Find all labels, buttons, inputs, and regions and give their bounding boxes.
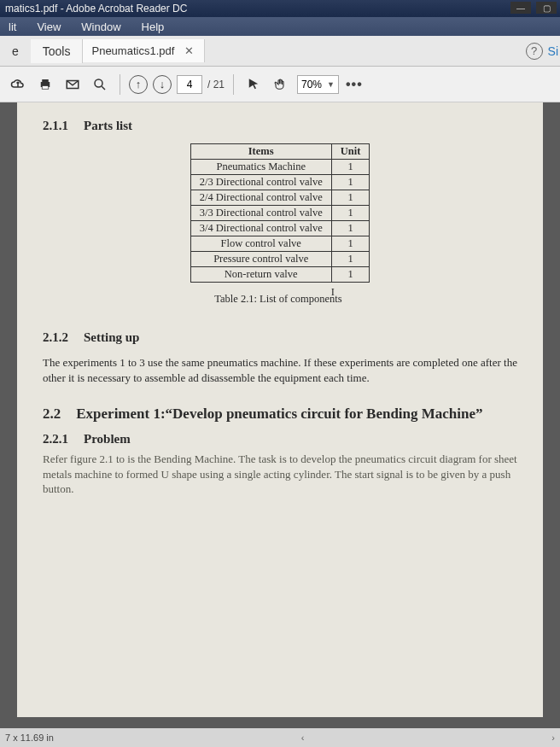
save-cloud-icon[interactable]: [7, 73, 29, 96]
section-2-1-2-heading: 2.1.2 Setting up: [43, 330, 517, 345]
email-icon[interactable]: [61, 73, 84, 96]
col-unit: Unit: [331, 144, 370, 160]
menu-help[interactable]: Help: [137, 19, 170, 35]
menubar: lit View Window Help: [0, 17, 560, 36]
svg-rect-2: [42, 85, 49, 89]
section-number: 2.1.1: [43, 119, 68, 132]
section-2-2-heading: 2.2 Experiment 1:“Develop pneumatics cir…: [43, 406, 517, 423]
section-2-2-1-heading: 2.2.1 Problem: [43, 431, 517, 446]
maximize-button[interactable]: ▢: [536, 2, 557, 14]
zoom-dropdown[interactable]: 70% ▼: [297, 75, 339, 94]
zoom-value: 70%: [301, 79, 322, 90]
selection-cursor-icon[interactable]: [242, 73, 265, 96]
toolbar: ↑ ↓ / 21 70% ▼ •••: [0, 67, 560, 102]
home-button[interactable]: e: [0, 44, 31, 58]
hand-pan-icon[interactable]: [270, 73, 292, 96]
svg-point-4: [95, 79, 102, 87]
page-dimensions: 7 x 11.69 in: [5, 732, 54, 743]
help-icon[interactable]: ?: [526, 43, 543, 60]
svg-rect-1: [42, 79, 49, 82]
signin-link[interactable]: Si: [548, 44, 560, 58]
table-row: Pressure control valve1: [190, 252, 370, 267]
document-tab[interactable]: Pneumatics1.pdf ✕: [83, 39, 205, 62]
section-title: Setting up: [84, 330, 139, 344]
page-content: 2.1.1 Parts list Items Unit Pneumatics M…: [17, 102, 543, 717]
menu-view[interactable]: View: [32, 19, 66, 35]
text-cursor-icon: I: [331, 286, 335, 299]
section-number: 2.1.2: [43, 330, 68, 344]
table-row: Non-return valve1: [190, 267, 370, 283]
close-icon[interactable]: ✕: [183, 44, 195, 57]
section-title: Problem: [84, 432, 131, 446]
col-items: Items: [190, 144, 331, 160]
table-row: Flow control valve1: [190, 236, 370, 252]
parts-list-table: Items Unit Pneumatics Machine1 2/3 Direc…: [190, 143, 370, 283]
chevron-down-icon: ▼: [327, 80, 335, 89]
thumb-nav-left[interactable]: ‹: [301, 732, 305, 743]
separator: [120, 74, 120, 95]
table-row: 2/4 Directional control valve1: [190, 190, 370, 206]
menu-edit[interactable]: lit: [3, 19, 21, 35]
section-number: 2.2: [43, 406, 61, 422]
table-row: 3/4 Directional control valve1: [190, 221, 370, 236]
table-row: 2/3 Directional control valve1: [190, 175, 370, 190]
document-viewport[interactable]: 2.1.1 Parts list Items Unit Pneumatics M…: [0, 102, 560, 747]
more-tools-button[interactable]: •••: [344, 77, 365, 92]
page-down-button[interactable]: ↓: [153, 75, 172, 94]
menu-window[interactable]: Window: [76, 19, 125, 35]
tab-label: Pneumatics1.pdf: [91, 44, 174, 57]
window-title: matics1.pdf - Adobe Acrobat Reader DC: [5, 3, 187, 15]
tools-button[interactable]: Tools: [31, 39, 84, 63]
problem-paragraph: Refer figure 2.1 to is the Bending Machi…: [43, 452, 517, 497]
thumb-nav-right[interactable]: ›: [551, 732, 555, 743]
separator: [233, 74, 234, 95]
table-caption: Table 2.1: List of componentsI: [43, 293, 517, 306]
page-up-button[interactable]: ↑: [129, 75, 148, 94]
search-icon[interactable]: [89, 73, 111, 96]
section-2-1-1-heading: 2.1.1 Parts list: [43, 118, 517, 133]
window-controls: — ▢: [510, 2, 557, 14]
section-number: 2.2.1: [43, 432, 68, 446]
minimize-button[interactable]: —: [510, 2, 531, 14]
section-title: Experiment 1:“Develop pneumatics circuit…: [76, 406, 482, 422]
tabbar: e Tools Pneumatics1.pdf ✕ ? Si: [0, 36, 560, 67]
statusbar: 7 x 11.69 in ‹ ›: [0, 728, 560, 747]
section-title: Parts list: [84, 119, 132, 132]
print-icon[interactable]: [34, 73, 56, 96]
table-row: 3/3 Directional control valve1: [190, 206, 370, 221]
window-titlebar: matics1.pdf - Adobe Acrobat Reader DC — …: [0, 0, 560, 17]
setting-up-paragraph: The experiments 1 to 3 use the same pneu…: [43, 355, 517, 385]
table-row: Pneumatics Machine1: [190, 160, 370, 175]
page-number-input[interactable]: [177, 75, 202, 94]
page-total-label: / 21: [207, 79, 225, 90]
